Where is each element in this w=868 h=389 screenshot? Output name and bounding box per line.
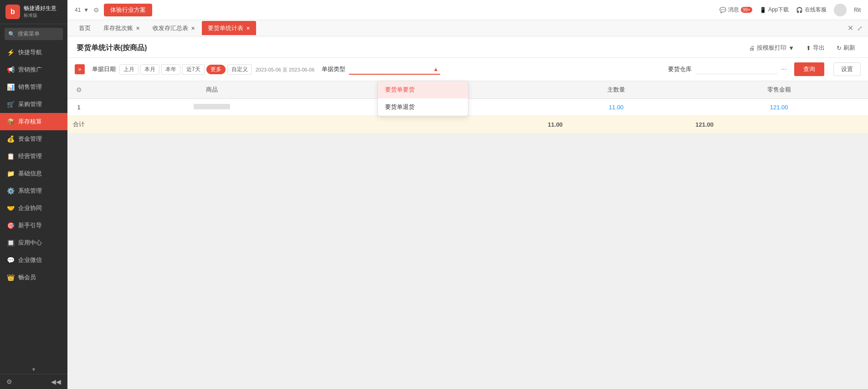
topbar-left: 41 ▼ ⚙ 体验行业方案 [75, 4, 152, 16]
nav-icon-system: ⚙️ [6, 187, 15, 194]
date-btn-last-month[interactable]: 上月 [119, 64, 139, 75]
col-settings-icon[interactable]: ⚙ [76, 86, 82, 93]
filter-more-icon[interactable]: ··· [781, 65, 787, 73]
user-avatar[interactable] [834, 4, 847, 16]
sidebar-item-finance[interactable]: 💰 资金管理 [0, 130, 67, 148]
sidebar-item-sales[interactable]: 📊 销售管理 [0, 78, 67, 96]
trial-btn[interactable]: 体验行业方案 [104, 4, 152, 16]
sidebar-item-base-info[interactable]: 📁 基础信息 [0, 165, 67, 182]
filter-warehouse-group: 要货仓库 ··· [668, 64, 787, 74]
date-range-display: 2023-05-06 至 2023-06-06 [256, 67, 315, 73]
collapse-icon[interactable]: ◀◀ [51, 378, 61, 385]
app-download-btn[interactable]: 📱 App下载 [760, 6, 789, 14]
filter-warehouse-label: 要货仓库 [668, 65, 692, 73]
footer-label: 合计 [67, 116, 334, 133]
app-version: 标准版 [24, 12, 56, 19]
refresh-btn[interactable]: ↻ 刷新 [833, 42, 859, 54]
dropdown-item-order-return[interactable]: 要货单退货 [378, 98, 468, 116]
filter-type-label: 单据类型 [322, 65, 345, 73]
settings-icon[interactable]: ⚙ [6, 378, 12, 385]
filter-query-btn[interactable]: 查询 [794, 62, 824, 76]
sidebar-item-system[interactable]: ⚙️ 系统管理 [0, 182, 67, 200]
sidebar: b 畅捷通好生意 标准版 🔍 搜索菜单 ⚡ 快捷导航 📢 营销推广 📊 销售管理… [0, 0, 67, 389]
nav-icon-app-center: 🔲 [6, 239, 15, 246]
nav-label-base-info: 基础信息 [18, 169, 42, 178]
online-service-btn[interactable]: 🎧 在线客服 [796, 6, 827, 14]
export-btn[interactable]: ⬆ 导出 [802, 42, 828, 54]
date-btn-more[interactable]: 更多 [206, 65, 226, 74]
sidebar-item-enterprise[interactable]: 🤝 企业协同 [0, 200, 67, 217]
tab-inventory-batch[interactable]: 库存批次账 ✕ [98, 21, 146, 35]
close-all-tabs-btn[interactable]: ✕ [847, 24, 853, 32]
nav-icon-base-info: 📁 [6, 170, 15, 177]
content-area: 要货单统计表(按商品) 🖨 按模板打印 ▼ ⬆ 导出 ↻ 刷新 » [67, 36, 868, 389]
product-placeholder [194, 104, 230, 109]
sidebar-search[interactable]: 🔍 搜索菜单 [5, 28, 63, 40]
nav-icon-member: 👑 [6, 274, 15, 281]
row-amount-link[interactable]: 121.00 [770, 104, 788, 111]
sidebar-item-member[interactable]: 👑 畅会员 [0, 269, 67, 286]
filter-warehouse-input[interactable] [695, 64, 777, 74]
nav-icon-wechat: 💬 [6, 256, 15, 264]
sidebar-item-guide[interactable]: 🎯 新手引导 [0, 217, 67, 234]
messages-label: 消息 [728, 6, 739, 14]
nav-label-system: 系统管理 [18, 187, 42, 195]
tab-order-stats-close[interactable]: ✕ [246, 26, 250, 31]
tabbar: 首页 库存批次账 ✕ 收发存汇总表 ✕ 要货单统计表 ✕ ✕ ⤢ [67, 20, 868, 36]
nav-label-inventory: 库存核算 [18, 118, 42, 126]
app-name: 畅捷通好生意 [24, 5, 56, 12]
date-btn-custom[interactable]: 自定义 [227, 64, 252, 75]
topbar-right: 💬 消息 99+ 📱 App下载 🎧 在线客服 Rit [719, 4, 861, 16]
export-label: 导出 [813, 44, 825, 52]
date-btn-this-year[interactable]: 本年 [161, 64, 180, 75]
filter-type-input[interactable] [349, 64, 440, 75]
expand-tab-btn[interactable]: ⤢ [857, 25, 863, 32]
sidebar-item-purchase[interactable]: 🛒 采购管理 [0, 96, 67, 113]
dropdown-item-order-goods[interactable]: 要货单要货 [378, 81, 468, 98]
nav-label-enterprise: 企业协同 [18, 204, 42, 212]
filter-settings-btn[interactable]: 设置 [833, 62, 861, 76]
app-logo: b 畅捷通好生意 标准版 [0, 0, 67, 24]
export-icon: ⬆ [806, 45, 811, 51]
page-actions: 🖨 按模板打印 ▼ ⬆ 导出 ↻ 刷新 [745, 42, 859, 54]
sidebar-scroll-down[interactable]: ▼ [0, 365, 67, 374]
tab-order-stats-label: 要货单统计表 [208, 24, 243, 32]
refresh-icon: ↻ [837, 45, 842, 51]
sidebar-item-inventory[interactable]: 📦 库存核算 [0, 113, 67, 130]
row-quantity-link[interactable]: 11.00 [609, 104, 624, 111]
filter-expand-btn[interactable]: » [75, 64, 85, 74]
tab-home[interactable]: 首页 [73, 21, 97, 35]
nav-icon-inventory: 📦 [6, 118, 15, 125]
topbar-settings-icon[interactable]: ⚙ [93, 6, 99, 14]
date-btn-this-month[interactable]: 本月 [140, 64, 159, 75]
nav-icon-purchase: 🛒 [6, 101, 15, 108]
nav-label-member: 畅会员 [18, 273, 36, 282]
nav-icon-guide: 🎯 [6, 222, 15, 229]
col-settings[interactable]: ⚙ [67, 81, 90, 99]
footer-quantity: 11.00 [542, 116, 690, 133]
tab-inventory-batch-close[interactable]: ✕ [136, 26, 140, 31]
nav-label-marketing: 营销推广 [18, 66, 42, 74]
user-name: Rit [854, 7, 861, 13]
filter-type-dropdown-arrow[interactable]: ▲ [433, 66, 438, 72]
col-quantity: 主数量 [542, 81, 690, 99]
sidebar-item-shortcut[interactable]: ⚡ 快捷导航 [0, 44, 67, 61]
tab-receive-summary-close[interactable]: ✕ [191, 26, 195, 31]
filter-bar: » 单据日期 上月 本月 本年 近7天 更多 自定义 2023-05-06 至 … [67, 58, 868, 81]
print-label: 按模板打印 [757, 44, 786, 52]
sidebar-item-marketing[interactable]: 📢 营销推广 [0, 61, 67, 78]
tab-receive-summary[interactable]: 收发存汇总表 ✕ [147, 21, 201, 35]
nav-icon-shortcut: ⚡ [6, 49, 15, 56]
sidebar-item-wechat[interactable]: 💬 企业微信 [0, 251, 67, 269]
sidebar-item-operations[interactable]: 📋 经营管理 [0, 148, 67, 165]
print-btn[interactable]: 🖨 按模板打印 ▼ [745, 42, 798, 54]
date-btn-last-7days[interactable]: 近7天 [182, 64, 205, 75]
tab-order-stats[interactable]: 要货单统计表 ✕ [202, 21, 256, 35]
sidebar-item-app-center[interactable]: 🔲 应用中心 [0, 234, 67, 251]
row-product [90, 99, 334, 116]
col-amount: 零售金额 [690, 81, 868, 99]
headset-icon: 🎧 [796, 7, 803, 13]
topbar: 41 ▼ ⚙ 体验行业方案 💬 消息 99+ 📱 App下载 🎧 在线客服 Ri… [67, 0, 868, 20]
messages-btn[interactable]: 💬 消息 99+ [719, 6, 752, 14]
nav-icon-enterprise: 🤝 [6, 205, 15, 212]
